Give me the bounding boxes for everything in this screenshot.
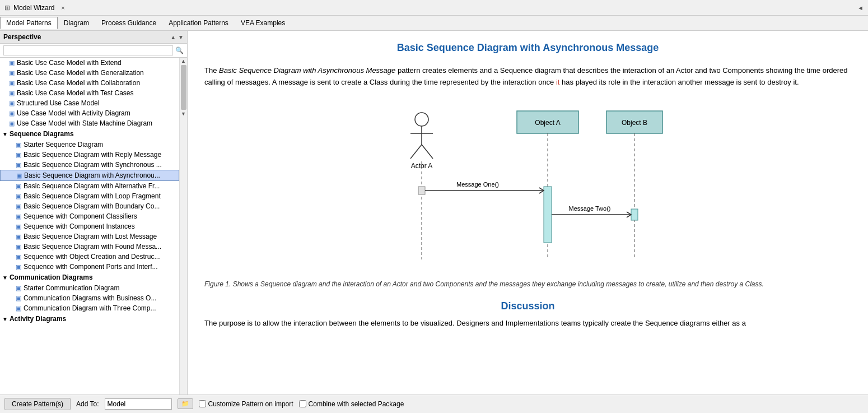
combine-text: Combine with selected Package [309, 400, 404, 408]
window-title: Model Wizard [13, 4, 54, 12]
sequence-diagram: Actor A Object A Object B [388, 100, 668, 268]
combine-checkbox[interactable] [299, 400, 306, 407]
diagram-icon: ▣ [9, 59, 15, 67]
svg-line-3 [410, 145, 422, 159]
left-panel-scrollbar: ▲ ▼ [179, 58, 187, 395]
item-label: Basic Sequence Diagram with Loop Fragmen… [24, 192, 161, 200]
window-collapse-button[interactable]: ◄ [857, 4, 864, 11]
menu-process-guidance[interactable]: Process Guidance [95, 17, 162, 29]
right-panel: Basic Sequence Diagram with Asynchronous… [188, 31, 868, 395]
object-b-label: Object B [621, 119, 647, 127]
list-item[interactable]: ▣ Sequence with Component Instances [0, 221, 179, 231]
item-label: Communication Diagrams with Business O..… [24, 294, 156, 302]
highlight-text: it [556, 78, 560, 86]
left-scrollbar-thumb[interactable] [181, 65, 186, 110]
scroll-up-button[interactable]: ▲ [170, 34, 176, 40]
list-item[interactable]: ▣ Use Case Model with State Machine Diag… [0, 118, 179, 128]
item-label: Starter Sequence Diagram [24, 141, 103, 149]
item-label: Starter Communication Diagram [24, 284, 119, 292]
list-item[interactable]: ▣ Basic Use Case Model with Collaboratio… [0, 78, 179, 88]
list-item[interactable]: ▣ Use Case Model with Activity Diagram [0, 108, 179, 118]
menu-diagram[interactable]: Diagram [58, 17, 95, 29]
list-item[interactable]: ▣ Communication Diagram with Three Comp.… [0, 303, 179, 313]
diagram-icon: ▣ [16, 183, 21, 190]
list-item[interactable]: ▣ Basic Sequence Diagram with Synchronou… [0, 160, 179, 170]
list-item[interactable]: ▣ Basic Sequence Diagram with Alternativ… [0, 181, 179, 191]
main-layout: Perspective ▲ ▼ 🔍 ▣ Basic Use Case Model… [0, 31, 868, 395]
window-close-button[interactable]: × [59, 4, 67, 12]
create-patterns-button[interactable]: Create Pattern(s) [4, 398, 71, 410]
list-item[interactable]: ▣ Basic Sequence Diagram with Boundary C… [0, 201, 179, 211]
sequence-diagrams-group[interactable]: ▼ Sequence Diagrams [0, 128, 179, 140]
diagram-icon: ▣ [9, 110, 15, 117]
diagram-icon: ▣ [9, 120, 15, 127]
diagram-icon: ▣ [16, 213, 21, 220]
scroll-down-button[interactable]: ▼ [178, 34, 184, 40]
list-item[interactable]: ▣ Starter Sequence Diagram [0, 140, 179, 150]
item-label: Use Case Model with Activity Diagram [17, 109, 130, 117]
item-label: Basic Sequence Diagram with Asynchronou.… [24, 171, 160, 179]
object-a-label: Object A [535, 119, 560, 127]
add-to-input[interactable] [105, 398, 172, 410]
svg-rect-11 [631, 209, 638, 220]
list-item[interactable]: ▣ Basic Sequence Diagram with Reply Mess… [0, 150, 179, 160]
list-item[interactable]: ▣ Structured Use Case Model [0, 98, 179, 108]
activity-diagrams-group[interactable]: ▼ Activity Diagrams [0, 313, 179, 324]
diagram-icon: ▣ [16, 285, 21, 292]
discussion-body: The purpose is to allow the interaction … [204, 318, 851, 330]
diagram-container: Actor A Object A Object B [204, 100, 851, 268]
list-item[interactable]: ▣ Basic Use Case Model with Test Cases [0, 88, 179, 98]
item-label: Basic Sequence Diagram with Lost Message [24, 233, 157, 240]
diagram-icon: ▣ [9, 100, 15, 107]
left-panel: Perspective ▲ ▼ 🔍 ▣ Basic Use Case Model… [0, 31, 188, 395]
search-input[interactable] [3, 45, 173, 55]
combine-label[interactable]: Combine with selected Package [299, 400, 404, 408]
communication-diagrams-group[interactable]: ▼ Communication Diagrams [0, 272, 179, 283]
diagram-icon: ▣ [16, 233, 21, 240]
menu-application-patterns[interactable]: Application Patterns [162, 17, 235, 29]
italic-phrase: Basic Sequence Diagram with Asynchronous… [219, 66, 395, 75]
search-icon: 🔍 [175, 47, 184, 54]
list-item[interactable]: ▣ Basic Sequence Diagram with Loop Fragm… [0, 191, 179, 201]
menu-model-patterns[interactable]: Model Patterns [0, 17, 58, 29]
group-toggle-icon: ▼ [2, 316, 8, 322]
list-item[interactable]: ▣ Sequence with Component Classifiers [0, 211, 179, 221]
menu-vea-examples[interactable]: VEA Examples [235, 17, 291, 29]
diagram-icon: ▣ [9, 90, 15, 97]
customize-text: Customize Pattern on import [208, 400, 293, 408]
item-label: Basic Sequence Diagram with Reply Messag… [24, 151, 161, 159]
diagram-icon: ▣ [9, 69, 15, 77]
list-item[interactable]: ▣ Sequence with Component Ports and Inte… [0, 262, 179, 272]
left-panel-header: Perspective ▲ ▼ [0, 31, 187, 44]
list-item-selected[interactable]: ▣ Basic Sequence Diagram with Asynchrono… [0, 170, 179, 181]
list-item[interactable]: ▣ Communication Diagrams with Business O… [0, 293, 179, 303]
group-toggle-icon: ▼ [2, 275, 8, 281]
diagram-icon: ▣ [16, 243, 21, 250]
search-bar: 🔍 [0, 44, 187, 58]
add-to-label: Add To: [76, 400, 99, 408]
diagram-icon: ▣ [16, 151, 21, 159]
diagram-icon: ▣ [16, 305, 21, 312]
menubar: Model Patterns Diagram Process Guidance … [0, 16, 868, 31]
message-two-label: Message Two() [568, 205, 610, 212]
browse-folder-button[interactable]: 📁 [178, 398, 193, 409]
perspective-label: Perspective [3, 33, 41, 41]
content-body: The Basic Sequence Diagram with Asynchro… [204, 65, 851, 89]
diagram-icon: ▣ [16, 172, 22, 179]
list-item[interactable]: ▣ Starter Communication Diagram [0, 283, 179, 293]
list-item[interactable]: ▣ Basic Sequence Diagram with Found Mess… [0, 242, 179, 252]
list-item[interactable]: ▣ Basic Use Case Model with Extend [0, 58, 179, 68]
diagram-icon: ▣ [16, 253, 21, 261]
diagram-icon: ▣ [16, 193, 21, 200]
left-scrollbar-up-button[interactable]: ▲ [180, 58, 186, 64]
list-item[interactable]: ▣ Basic Use Case Model with Generalizati… [0, 68, 179, 78]
customize-checkbox[interactable] [199, 400, 206, 407]
item-label: Basic Use Case Model with Collaboration [17, 79, 140, 87]
discussion-title: Discussion [204, 300, 851, 312]
list-item[interactable]: ▣ Basic Sequence Diagram with Lost Messa… [0, 231, 179, 242]
list-item[interactable]: ▣ Sequence with Object Creation and Dest… [0, 252, 179, 262]
left-scrollbar-down-button[interactable]: ▼ [180, 110, 186, 117]
item-label: Communication Diagram with Three Comp... [24, 304, 156, 312]
item-label: Use Case Model with State Machine Diagra… [17, 119, 152, 127]
customize-label[interactable]: Customize Pattern on import [199, 400, 293, 408]
